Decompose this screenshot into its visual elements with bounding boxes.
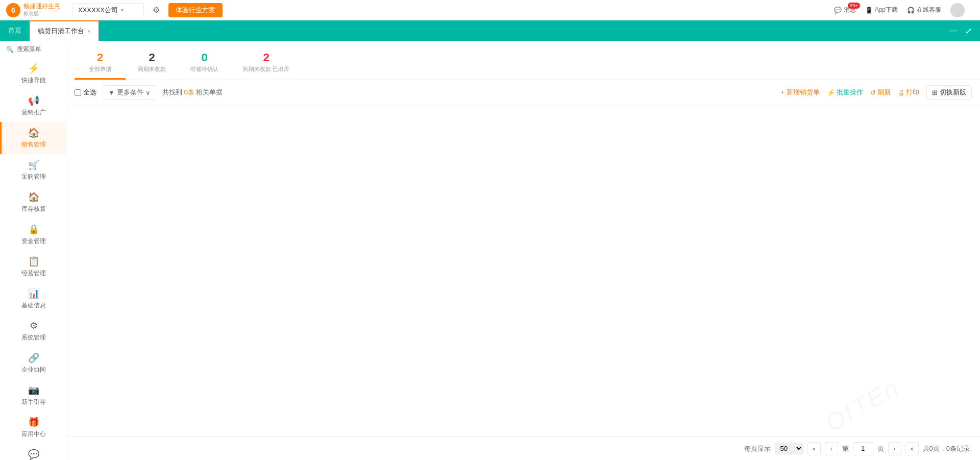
maximize-icon[interactable]: ⤢: [963, 24, 974, 38]
page-number-input[interactable]: [853, 442, 873, 455]
toolbar-right: + 新增销货单 ⚡ 批量操作 ↺ 刷新 🖨 打印 ⊞ 切换新版: [781, 85, 972, 100]
online-service-button[interactable]: 🎧 在线客服: [907, 6, 941, 14]
sidebar-item-marketing[interactable]: 📢 营销推广: [0, 90, 66, 122]
stat-label-pending: 旺辅待确认: [190, 65, 218, 73]
stat-tab-all[interactable]: 2 全部单据: [75, 47, 126, 80]
sidebar-item-operations[interactable]: 📋 经营管理: [0, 251, 66, 283]
batch-icon: ⚡: [827, 89, 835, 96]
filter-button[interactable]: ▼ 更多条件 ∨: [103, 85, 156, 100]
trial-button[interactable]: 体验行业方案: [168, 3, 223, 17]
search-menu-label: 搜索菜单: [17, 45, 41, 54]
stat-label-overdue: 到期未收款: [138, 65, 166, 73]
sidebar-label-enterprise-coop: 企业协同: [21, 366, 46, 374]
sidebar-item-enterprise-coop[interactable]: 🔗 企业协同: [0, 347, 66, 379]
chevron-down-icon: ▾: [121, 7, 124, 13]
sidebar-item-sales[interactable]: 🏠 销售管理: [0, 122, 66, 154]
sidebar-item-system[interactable]: ⚙ 系统管理: [0, 315, 66, 347]
add-sales-button[interactable]: + 新增销货单: [781, 88, 820, 97]
sidebar-item-inventory[interactable]: 🏠 库存核算: [0, 186, 66, 219]
stat-tab-shipped[interactable]: 2 到期未收款 已出库: [231, 47, 302, 80]
message-badge: 99+: [848, 3, 860, 9]
stat-label-shipped: 到期未收款 已出库: [243, 65, 289, 73]
sidebar-item-app-center[interactable]: 🎁 应用中心: [0, 411, 66, 444]
next-page-button[interactable]: ›: [888, 442, 901, 455]
content-area: 2 全部单据 2 到期未收款 0 旺辅待确认 2 到期未收款 已出库 全选: [66, 41, 980, 460]
finance-icon: 🔒: [28, 224, 39, 235]
minimize-icon[interactable]: —: [947, 24, 959, 37]
close-tab-icon[interactable]: ×: [87, 28, 90, 34]
prev-page-button[interactable]: ‹: [825, 442, 838, 455]
sidebar-search[interactable]: 🔍 搜索菜单: [0, 41, 66, 58]
message-icon: 💬: [834, 7, 842, 14]
select-all-checkbox[interactable]: 全选: [75, 88, 96, 97]
nav-tabs-bar: 首页 钱货日清工作台 × — ⤢: [0, 20, 980, 41]
print-icon: 🖨: [898, 89, 904, 96]
last-page-button[interactable]: »: [905, 442, 919, 455]
first-page-button[interactable]: «: [807, 442, 821, 455]
per-page-select[interactable]: 50 20 100: [775, 443, 803, 454]
chevron-icon: ∨: [145, 89, 151, 96]
found-prefix: 共找到: [162, 88, 182, 96]
batch-operation-button[interactable]: ⚡ 批量操作: [827, 88, 863, 97]
online-service-label: 在线客服: [917, 6, 941, 14]
top-right-area: 💬 消息 99+ 📱 App下载 🎧 在线客服: [834, 3, 974, 17]
stat-tab-pending[interactable]: 0 旺辅待确认: [178, 47, 231, 80]
switch-version-button[interactable]: ⊞ 切换新版: [926, 85, 972, 100]
sidebar-item-finance[interactable]: 🔒 资金管理: [0, 219, 66, 251]
stat-num-pending: 0: [201, 51, 207, 64]
batch-label: 批量操作: [837, 88, 863, 97]
stat-tab-overdue[interactable]: 2 到期未收款: [126, 47, 178, 80]
refresh-button[interactable]: ↺ 刷新: [870, 88, 891, 97]
main-layout: 🔍 搜索菜单 ⚡ 快捷导航 📢 营销推广 🏠 销售管理 🛒 采购管理 🏠 库存核…: [0, 41, 980, 460]
purchase-icon: 🛒: [28, 159, 39, 171]
sidebar-label-app-center: 应用中心: [21, 430, 46, 439]
pagination-bar: 每页显示 50 20 100 « ‹ 第 页 › » 共0页，0条记录: [66, 437, 980, 460]
search-icon: 🔍: [6, 46, 14, 53]
sidebar-label-inventory: 库存核算: [21, 205, 46, 213]
app-badge: 标准版: [23, 10, 60, 17]
app-download-button[interactable]: 📱 App下载: [865, 6, 898, 14]
page-suffix-label: 页: [877, 444, 884, 453]
toolbar: 全选 ▼ 更多条件 ∨ 共找到 0条 相关单据 + 新增销货单 ⚡ 批量操作 ↺: [66, 80, 980, 105]
settings-button[interactable]: ⚙: [149, 3, 163, 17]
sidebar-label-purchase: 采购管理: [21, 173, 46, 181]
sales-icon: 🏠: [28, 127, 39, 138]
total-records-label: 共0页，0条记录: [923, 444, 970, 453]
sidebar-label-system: 系统管理: [21, 333, 46, 342]
company-selector[interactable]: XXXXXX公司 ▾: [72, 3, 144, 17]
operations-icon: 📋: [28, 256, 39, 267]
enterprise-wechat-icon: 💬: [28, 449, 39, 460]
found-count: 0条: [184, 88, 194, 96]
tab-workbench[interactable]: 钱货日清工作台 ×: [30, 20, 99, 41]
sidebar-item-quick-nav[interactable]: ⚡ 快捷导航: [0, 58, 66, 90]
refresh-icon: ↺: [870, 89, 876, 96]
switch-label: 切换新版: [940, 88, 966, 97]
sidebar-label-basic-info: 基础信息: [21, 301, 46, 310]
select-all-input[interactable]: [75, 89, 81, 96]
table-area: [66, 105, 980, 437]
sidebar-label-operations: 经营管理: [21, 269, 46, 278]
sidebar-label-newbie-guide: 新手引导: [21, 398, 46, 406]
stat-num-overdue: 2: [149, 51, 155, 64]
avatar[interactable]: [950, 3, 965, 17]
sidebar-label-marketing: 营销推广: [21, 108, 46, 117]
tab-home-label: 首页: [8, 26, 21, 35]
stat-num-shipped: 2: [263, 51, 269, 64]
phone-icon: 📱: [865, 7, 873, 14]
sidebar-item-enterprise-wechat[interactable]: 💬 企业微信: [0, 444, 66, 460]
sidebar-item-newbie-guide[interactable]: 📷 新手引导: [0, 379, 66, 411]
found-suffix: 相关单据: [196, 88, 223, 96]
logo-area: 6 畅捷通好生意 标准版: [6, 3, 72, 18]
marketing-icon: 📢: [28, 95, 39, 106]
sidebar-item-basic-info[interactable]: 📊 基础信息: [0, 283, 66, 315]
app-download-label: App下载: [875, 6, 898, 14]
tab-home[interactable]: 首页: [0, 20, 30, 41]
stat-num-all: 2: [97, 51, 103, 64]
message-button[interactable]: 💬 消息 99+: [834, 6, 856, 14]
print-button[interactable]: 🖨 打印: [898, 88, 919, 97]
sidebar-item-purchase[interactable]: 🛒 采购管理: [0, 154, 66, 186]
filter-icon: ▼: [108, 89, 115, 96]
basic-info-icon: 📊: [28, 288, 39, 299]
nav-tab-actions: — ⤢: [947, 24, 980, 38]
headset-icon: 🎧: [907, 7, 915, 14]
